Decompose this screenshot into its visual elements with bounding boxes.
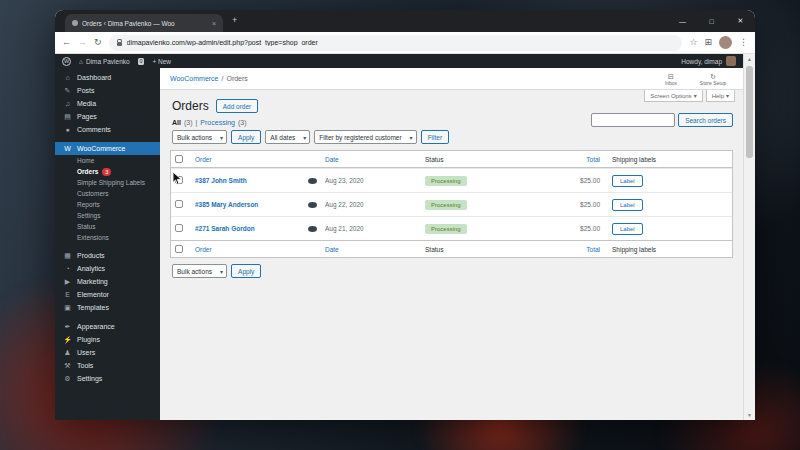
back-icon[interactable]: ← (62, 38, 71, 47)
submenu-item-extensions[interactable]: Extensions (55, 232, 160, 243)
sidebar-item-woocommerce[interactable]: W WooCommerce (55, 142, 160, 155)
inbox-button[interactable]: ⊟ Inbox (651, 72, 691, 86)
sidebar-item-settings[interactable]: ⚙ Settings (55, 372, 160, 385)
apply-button[interactable]: Apply (231, 130, 261, 144)
preview-icon[interactable] (308, 202, 317, 208)
sidebar-item-comments[interactable]: ● Comments (55, 123, 160, 136)
submenu-item-home[interactable]: Home (55, 155, 160, 166)
order-link[interactable]: #271 Sarah Gordon (195, 225, 255, 232)
sidebar-item-posts[interactable]: ✎ Posts (55, 84, 160, 97)
column-header-order[interactable]: Order (195, 156, 212, 163)
settings-icon: ⚙ (63, 375, 72, 383)
tab-close-icon[interactable]: × (212, 20, 216, 27)
table-row: #387 John Smith Aug 23, 2020 Processing … (171, 168, 732, 192)
window-minimize-button[interactable]: — (668, 10, 697, 32)
order-link[interactable]: #385 Mary Anderson (195, 201, 258, 208)
submenu-item-settings[interactable]: Settings (55, 210, 160, 221)
scroll-down-icon[interactable]: ▼ (744, 410, 755, 420)
appearance-icon: ✒ (63, 323, 72, 331)
admin-bar-site-link[interactable]: ⌂ Dima Pavlenko (79, 58, 130, 65)
status-badge: Processing (425, 224, 467, 234)
orders-count-badge: 3 (102, 168, 111, 176)
shipping-label-button[interactable]: Label (612, 223, 643, 235)
sidebar-item-appearance[interactable]: ✒ Appearance (55, 320, 160, 333)
preview-icon[interactable] (308, 226, 317, 232)
browser-profile-avatar[interactable] (719, 36, 732, 49)
filter-button[interactable]: Filter (421, 130, 449, 144)
refresh-icon[interactable]: ↻ (94, 38, 102, 47)
dashboard-icon: ⌂ (63, 74, 72, 81)
search-orders-button[interactable]: Search orders (678, 113, 733, 127)
page-scrollbar[interactable]: ▲ ▼ (743, 54, 755, 420)
submenu-item-status[interactable]: Status (55, 221, 160, 232)
select-all-checkbox[interactable] (175, 155, 183, 163)
column-footer-status: Status (425, 246, 443, 253)
apply-button-bottom[interactable]: Apply (231, 264, 261, 278)
view-all-link[interactable]: All (172, 119, 181, 126)
column-header-date[interactable]: Date (325, 156, 339, 163)
shipping-label-button[interactable]: Label (612, 175, 643, 187)
column-header-shipping-labels: Shipping labels (612, 156, 656, 163)
browser-menu-icon[interactable]: ⋮ (739, 38, 748, 47)
sidebar-item-plugins[interactable]: ⚡ Plugins (55, 333, 160, 346)
tab-favicon-icon (72, 20, 78, 26)
address-bar[interactable]: dimapavlenko.com/wp-admin/edit.php?post_… (109, 35, 683, 51)
screen-options-button[interactable]: Screen Options ▾ (644, 90, 702, 102)
browser-tab[interactable]: Orders ‹ Dima Pavlenko — Woo × (65, 14, 223, 32)
sidebar-item-users[interactable]: ♟ Users (55, 346, 160, 359)
row-checkbox[interactable] (175, 224, 183, 232)
column-header-total[interactable]: Total (586, 156, 600, 163)
shipping-label-button[interactable]: Label (612, 199, 643, 211)
bulk-actions-select-bottom[interactable]: Bulk actions (172, 264, 227, 278)
mouse-cursor (172, 171, 183, 190)
sidebar-item-elementor[interactable]: E Elementor (55, 288, 160, 301)
sidebar-item-media[interactable]: ♫ Media (55, 97, 160, 110)
admin-bar-new[interactable]: + New (152, 58, 171, 65)
woocommerce-header: WooCommerce / Orders ⊟ Inbox ↻ Store Set… (160, 68, 743, 90)
site-name: Dima Pavlenko (86, 58, 130, 65)
row-checkbox[interactable] (175, 200, 183, 208)
customer-filter-select[interactable]: Filter by registered customer (314, 130, 416, 144)
preview-icon[interactable] (308, 178, 317, 184)
help-button[interactable]: Help ▾ (706, 90, 735, 102)
all-dates-select[interactable]: All dates (265, 130, 310, 144)
search-input[interactable] (591, 113, 675, 127)
extensions-icon[interactable]: ⊞ (704, 38, 712, 47)
sidebar-item-analytics[interactable]: ◔ Analytics (55, 262, 160, 275)
forward-icon[interactable]: → (78, 38, 87, 47)
submenu-item-reports[interactable]: Reports (55, 199, 160, 210)
window-maximize-button[interactable]: □ (697, 10, 726, 32)
bookmark-star-icon[interactable]: ☆ (689, 38, 697, 47)
store-setup-button[interactable]: ↻ Store Setup (693, 72, 733, 86)
window-close-button[interactable]: ✕ (726, 10, 755, 32)
sidebar-item-templates[interactable]: ▣ Templates (55, 301, 160, 314)
admin-bar-account[interactable]: Howdy, dimap (681, 56, 736, 66)
submenu-item-orders[interactable]: Orders 3 (55, 166, 160, 177)
column-footer-total[interactable]: Total (586, 246, 600, 253)
sidebar-item-products[interactable]: ▦ Products (55, 249, 160, 262)
submenu-item-simple-shipping-labels[interactable]: Simple Shipping Labels (55, 177, 160, 188)
select-all-checkbox[interactable] (175, 245, 183, 253)
sidebar-item-tools[interactable]: ⚒ Tools (55, 359, 160, 372)
admin-bar-comments[interactable]: 0 (138, 58, 145, 65)
column-footer-order[interactable]: Order (195, 246, 212, 253)
breadcrumb-woocommerce-link[interactable]: WooCommerce (170, 75, 219, 82)
order-link[interactable]: #387 John Smith (195, 177, 247, 184)
window-controls: — □ ✕ (668, 10, 755, 32)
sidebar-item-pages[interactable]: ▤ Pages (55, 110, 160, 123)
scroll-up-icon[interactable]: ▲ (744, 54, 755, 64)
woocommerce-icon: W (63, 145, 72, 152)
submenu-item-customers[interactable]: Customers (55, 188, 160, 199)
plugins-icon: ⚡ (63, 336, 72, 344)
add-order-button[interactable]: Add order (216, 99, 259, 113)
scrollbar-thumb[interactable] (746, 66, 753, 158)
sidebar-item-marketing[interactable]: ▶ Marketing (55, 275, 160, 288)
search-box: Search orders (591, 113, 733, 127)
column-footer-date[interactable]: Date (325, 246, 339, 253)
wordpress-logo-icon[interactable]: W (62, 57, 71, 66)
bulk-actions-select[interactable]: Bulk actions (172, 130, 227, 144)
templates-icon: ▣ (63, 304, 72, 312)
sidebar-item-dashboard[interactable]: ⌂ Dashboard (55, 71, 160, 84)
view-processing-link[interactable]: Processing (200, 119, 235, 126)
new-tab-button[interactable]: + (232, 15, 237, 25)
